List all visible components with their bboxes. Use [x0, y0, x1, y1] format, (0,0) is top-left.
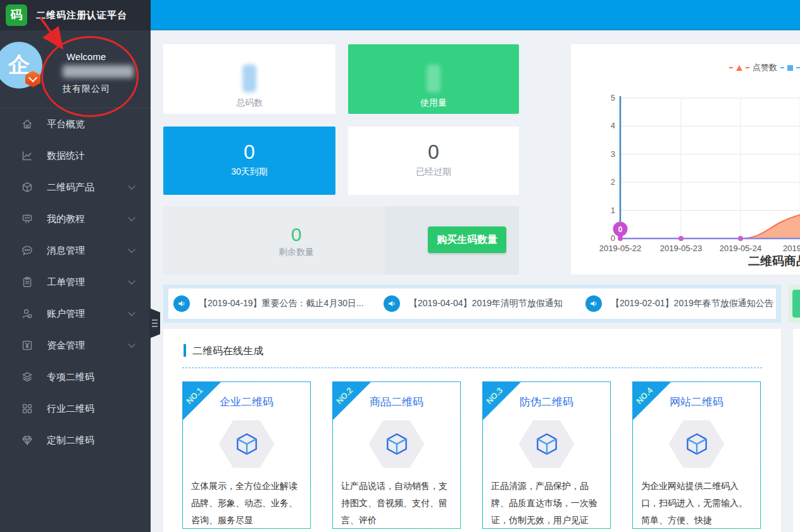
product-card-antifake-qrcode[interactable]: NO.3 防伪二维码 正品清源，产品保护，品牌、品质直达市场，一次验证，仿制无效…: [482, 381, 611, 529]
sidebar-item-label: 我的教程: [47, 213, 85, 225]
data-point-marker: [738, 236, 743, 241]
chevron-down-icon: [128, 277, 135, 284]
blurred-value: [242, 65, 256, 92]
stat-card-remaining: 0 剩余数量 购买生码数量: [163, 206, 519, 275]
chart-title: 二维码商品: [748, 253, 800, 269]
product-card-website-qrcode[interactable]: NO.4 网站二维码 为企业网站提供二维码入口，扫码进入，无需输入。简单、方便、…: [632, 381, 761, 529]
x-label: 2019-05-24: [715, 244, 766, 253]
grid-icon: [22, 403, 33, 414]
chevron-down-icon: [128, 340, 135, 347]
layers-icon: [22, 371, 33, 383]
chevron-down-icon: [128, 214, 135, 221]
stat-value: 0: [348, 140, 519, 164]
stat-card-expire-30d: 0 30天到期: [163, 127, 335, 195]
speaker-icon: [173, 295, 190, 312]
sidebar-item-account-management[interactable]: 账户管理: [0, 298, 151, 330]
legend-dash: [780, 67, 784, 68]
announcement-item[interactable]: 【2019-04-04】2019年清明节放假通知: [384, 288, 563, 319]
right-panel-clipped: [793, 329, 800, 532]
x-label: 2019-05-22: [595, 244, 646, 253]
y-tick: 4: [601, 121, 615, 130]
legend-label: 点赞数: [753, 62, 777, 73]
diamond-icon: [22, 435, 33, 446]
legend-triangle-marker: [736, 65, 742, 71]
sidebar-item-workorder-management[interactable]: 工单管理: [0, 266, 151, 298]
chart-panel: 点赞数 评 0: [571, 44, 800, 275]
stat-card-total-codes: 总码数: [163, 44, 335, 114]
stat-label: 剩余数量: [239, 247, 353, 258]
hexagon-badge: [519, 419, 575, 469]
line-chart-icon: [22, 150, 33, 161]
blurred-value: [427, 65, 441, 92]
dashed-separator: [182, 368, 762, 368]
home-icon: [22, 118, 33, 130]
legend-item-comments[interactable]: 评: [780, 62, 800, 73]
sidebar-item-qrcode-products[interactable]: 二维码产品: [0, 171, 151, 203]
sidebar-item-label: 账户管理: [47, 308, 85, 320]
cube-icon: [534, 431, 560, 457]
announcement-item[interactable]: 【2019-02-01】2019年春节放假通知公告: [585, 288, 773, 319]
easel-icon: [22, 213, 33, 225]
hexagon-badge: [669, 419, 725, 469]
dashboard-screen: 码 二维码注册认证平台 企 Welcome 技有限公司 平台概览 数据统计: [0, 0, 800, 532]
sidebar-item-label: 资金管理: [47, 340, 85, 352]
speaker-icon: [585, 295, 602, 312]
buy-codes-button[interactable]: 购买生码数量: [428, 226, 506, 253]
product-card-enterprise-qrcode[interactable]: NO.1 企业二维码 立体展示，全方位企业解读品牌、形象、动态、业务、咨询、服务…: [182, 381, 311, 529]
y-tick: 3: [601, 149, 615, 159]
right-panel-clipped-notice: [789, 285, 800, 323]
legend-dash: [729, 67, 733, 68]
sidebar-item-funds-management[interactable]: 资金管理: [0, 330, 151, 361]
yen-icon: [22, 340, 33, 351]
top-navbar: [151, 0, 800, 30]
product-description: 立体展示，全方位企业解读品牌、形象、动态、业务、咨询、服务尽显: [191, 478, 302, 528]
product-description: 为企业网站提供二维码入口，扫码进入，无需输入。简单、方便、快捷: [641, 478, 752, 528]
stat-card-usage: 使用量: [348, 44, 519, 114]
qr-generator-panel: 二维码在线生成 NO.1 企业二维码 立体展示，全方位企业解读品牌、形象、动态、…: [163, 329, 781, 532]
right-panel-green-button-clipped: [792, 290, 800, 318]
legend-item-likes[interactable]: 点赞数: [729, 62, 777, 73]
sidebar-item-message-management[interactable]: 消息管理: [0, 235, 151, 266]
sidebar-item-special-qrcode[interactable]: 专项二维码: [0, 361, 151, 393]
section-accent-bar: [184, 344, 186, 357]
cube-icon: [684, 431, 710, 457]
chat-icon: [22, 245, 33, 256]
sidebar-item-label: 专项二维码: [47, 371, 94, 383]
stat-label: 总码数: [163, 97, 335, 109]
stat-value: 0: [163, 140, 335, 164]
product-description: 正品清源，产品保护，品牌、品质直达市场，一次验证，仿制无效，用户见证: [491, 478, 602, 528]
sidebar-item-label: 平台概览: [47, 118, 85, 130]
announcement-text: 【2019-04-04】2019年清明节放假通知: [409, 298, 563, 309]
product-card-goods-qrcode[interactable]: NO.2 商品二维码 让产品说话，自动销售，支持图文、音视频、支付、留言、评价: [332, 381, 461, 529]
speaker-icon: [384, 295, 400, 312]
clipboard-icon: [22, 276, 33, 288]
sidebar-item-my-tutorials[interactable]: 我的教程: [0, 203, 151, 235]
announcement-item[interactable]: 【2019-04-19】重要公告：截止4月30日...: [173, 288, 364, 319]
y-tick: 0: [601, 233, 615, 243]
hexagon-badge: [369, 419, 425, 469]
sidebar-collapse-handle[interactable]: [149, 308, 160, 338]
y-tick: 1: [601, 206, 615, 215]
legend-dash: [796, 67, 800, 68]
cube-icon: [384, 431, 410, 457]
user-icon: [22, 308, 33, 319]
sidebar: 企 Welcome 技有限公司 平台概览 数据统计 二维码产品: [0, 30, 151, 532]
sidebar-item-label: 行业二维码: [47, 403, 94, 415]
sidebar-item-custom-qrcode[interactable]: 定制二维码: [0, 424, 151, 456]
announcement-text: 【2019-04-19】重要公告：截止4月30日...: [199, 298, 364, 309]
sidebar-item-platform-overview[interactable]: 平台概览: [0, 108, 151, 140]
y-tick: 5: [601, 93, 615, 102]
data-point-marker: [678, 236, 684, 241]
cube-icon: [234, 431, 260, 457]
hexagon-badge: [219, 419, 275, 469]
sidebar-item-industry-qrcode[interactable]: 行业二维码: [0, 393, 151, 424]
annotation-arrow: [0, 0, 151, 114]
cube-icon: [22, 182, 33, 193]
x-label: 2019-05-23: [656, 244, 706, 253]
stat-value: 0: [239, 224, 353, 245]
chevron-down-icon: [128, 182, 135, 189]
sidebar-item-data-stats[interactable]: 数据统计: [0, 140, 151, 171]
sidebar-item-label: 定制二维码: [47, 435, 94, 447]
stat-label: 30天到期: [163, 166, 335, 178]
stat-label: 已经过期: [348, 166, 519, 178]
